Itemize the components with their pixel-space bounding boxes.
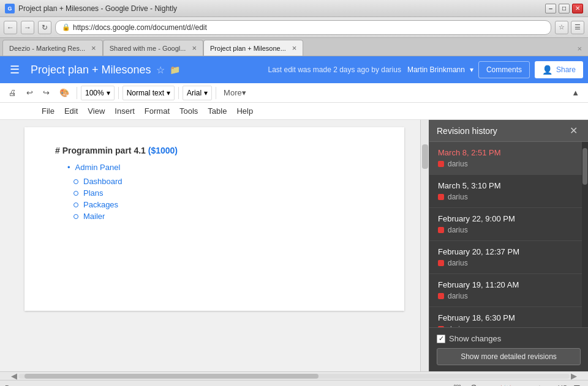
tab-1-close-icon[interactable]: ×: [91, 43, 96, 53]
reload-button[interactable]: ↻: [38, 21, 51, 34]
scroll-right-button[interactable]: ▶: [570, 372, 578, 380]
zoom-dropdown-icon: ▾: [107, 89, 110, 97]
scroll-left-button[interactable]: ◀: [10, 372, 18, 380]
revision-panel: Revision history ✕ March 8, 2:51 PM dari…: [429, 120, 588, 371]
revision-item-4[interactable]: February 19, 11:20 AM darius: [429, 274, 588, 307]
minimize-button[interactable]: –: [545, 4, 556, 13]
tab-2-close-icon[interactable]: ×: [192, 43, 197, 53]
revision-title: Revision history: [437, 126, 497, 136]
doc-scroll-thumb[interactable]: [422, 144, 428, 169]
forward-button[interactable]: →: [21, 21, 34, 34]
back-button[interactable]: ←: [4, 21, 17, 34]
font-select[interactable]: Arial ▾: [183, 86, 212, 100]
book-icon[interactable]: 📖: [499, 382, 511, 387]
paint-format-button[interactable]: 🎨: [56, 85, 73, 101]
revision-username-4: darius: [448, 292, 468, 300]
tab-2-label: Shared with me - Googl...: [110, 45, 186, 52]
hscroll-bar: ◀ ▶: [0, 371, 588, 380]
menu-tools[interactable]: Tools: [175, 104, 203, 118]
user-name: Martin Brinkmann: [407, 65, 465, 74]
zoom-select[interactable]: 100% ▾: [81, 86, 115, 100]
bullet-l2-plans: Plans: [74, 188, 374, 198]
circle-bullet-2: [74, 191, 78, 196]
user-dropdown-icon[interactable]: ▾: [470, 65, 473, 74]
revision-scrollbar[interactable]: [582, 142, 588, 327]
header-right: Martin Brinkmann ▾ Comments 👤 Share: [407, 61, 583, 78]
dropdown-icon[interactable]: ▼: [515, 382, 527, 387]
star-icon[interactable]: ☆: [156, 64, 165, 76]
revision-header: Revision history ✕: [429, 120, 588, 142]
show-changes-row: ✓ Show changes: [437, 334, 581, 343]
more-button[interactable]: More ▾: [220, 85, 250, 101]
show-detailed-button[interactable]: Show more detailed revisions: [437, 348, 581, 365]
maximize-button[interactable]: □: [559, 4, 570, 13]
revision-user-0: darius: [438, 160, 576, 168]
revision-item-2[interactable]: February 22, 9:00 PM darius: [429, 208, 588, 241]
user-dot-5: [438, 326, 444, 327]
redo-button[interactable]: ↪: [39, 85, 53, 101]
bullet-list-l1: Admin Panel: [55, 163, 374, 172]
menu-file[interactable]: File: [37, 104, 59, 118]
revision-close-button[interactable]: ✕: [566, 124, 581, 138]
window-titlebar: G Project plan + Milesones - Google Driv…: [0, 0, 588, 17]
revision-user-4: darius: [438, 292, 576, 300]
circle-bullet-4: [74, 214, 78, 219]
close-button[interactable]: ✕: [572, 4, 583, 13]
menu-edit[interactable]: Edit: [59, 104, 83, 118]
revision-item-5[interactable]: February 18, 6:30 PM darius: [429, 307, 588, 327]
menu-help[interactable]: Help: [232, 104, 258, 118]
tab-3[interactable]: Project plan + Milesone... ×: [203, 40, 303, 56]
style-dropdown-icon: ▾: [167, 89, 170, 97]
revision-item-0[interactable]: March 8, 2:51 PM darius: [429, 142, 588, 175]
revision-date-4: February 19, 11:20 AM: [438, 280, 576, 289]
menu-button[interactable]: ☰: [571, 21, 584, 34]
toolbar-divider-2: [118, 87, 119, 99]
revision-item-1[interactable]: March 5, 3:10 PM darius: [429, 175, 588, 208]
url-bar[interactable]: 🔒 https://docs.google.com/document/d/ /e…: [55, 20, 551, 35]
shield-icon[interactable]: 🛡: [451, 382, 464, 387]
address-actions: ☆ ☰: [555, 21, 584, 34]
revision-item-3[interactable]: February 20, 12:37 PM darius: [429, 241, 588, 274]
revision-username-5: darius: [448, 325, 468, 327]
comments-button[interactable]: Comments: [478, 61, 530, 78]
tab-2[interactable]: Shared with me - Googl... ×: [103, 40, 203, 56]
menu-table[interactable]: Table: [203, 104, 232, 118]
folder-icon[interactable]: 📁: [170, 65, 180, 75]
tab-1[interactable]: Deezio - Marketing Res... ×: [2, 40, 103, 56]
menu-view[interactable]: View: [83, 104, 110, 118]
hamburger-button[interactable]: ☰: [5, 60, 24, 80]
tab-3-close-icon[interactable]: ×: [292, 43, 297, 53]
menu-insert[interactable]: Insert: [110, 104, 140, 118]
done-label: Done: [5, 384, 21, 387]
revision-user-5: darius: [438, 325, 576, 327]
user-dot-0: [438, 161, 444, 167]
revision-footer: ✓ Show changes Show more detailed revisi…: [429, 327, 588, 371]
hscroll-thumb[interactable]: [24, 374, 318, 379]
more-label: More: [224, 88, 242, 97]
doc-vertical-scrollbar[interactable]: [420, 120, 429, 371]
app-favicon: G: [5, 4, 15, 13]
bullet-l1-item: Admin Panel: [67, 163, 374, 172]
style-select[interactable]: Normal text ▾: [123, 86, 175, 100]
undo-button[interactable]: ↩: [23, 85, 37, 101]
translate-icon[interactable]: ▼: [483, 382, 496, 387]
share-button[interactable]: 👤 Share: [535, 61, 583, 78]
spell-check-icon[interactable]: S: [467, 382, 480, 387]
bookmark-button[interactable]: ☆: [555, 21, 568, 34]
bullet-l2-packages: Packages: [74, 200, 374, 209]
print-button[interactable]: 🖨: [5, 85, 20, 101]
hscroll-track[interactable]: [18, 374, 570, 379]
doc-page: # Programmin part 4.1 ($1000) Admin Pane…: [24, 127, 404, 311]
revision-date-3: February 20, 12:37 PM: [438, 247, 576, 256]
doc-title-area: Project plan + Milesones ☆ 📁: [31, 64, 262, 76]
collapse-button[interactable]: ▲: [568, 85, 583, 101]
status-bar: Done ↓ 🛡 S ▼ 📖 ▼ auto: en-US ⊞: [0, 380, 588, 386]
extension-icon[interactable]: ⊞: [571, 382, 583, 387]
menu-format[interactable]: Format: [140, 104, 175, 118]
revision-scroll-thumb[interactable]: [582, 148, 587, 185]
arrow-down-icon[interactable]: ↓: [435, 382, 448, 387]
tab-1-label: Deezio - Marketing Res...: [9, 45, 85, 52]
new-tab-close[interactable]: ×: [577, 44, 582, 53]
lock-icon: 🔒: [62, 23, 70, 31]
show-changes-checkbox[interactable]: ✓: [437, 335, 445, 343]
